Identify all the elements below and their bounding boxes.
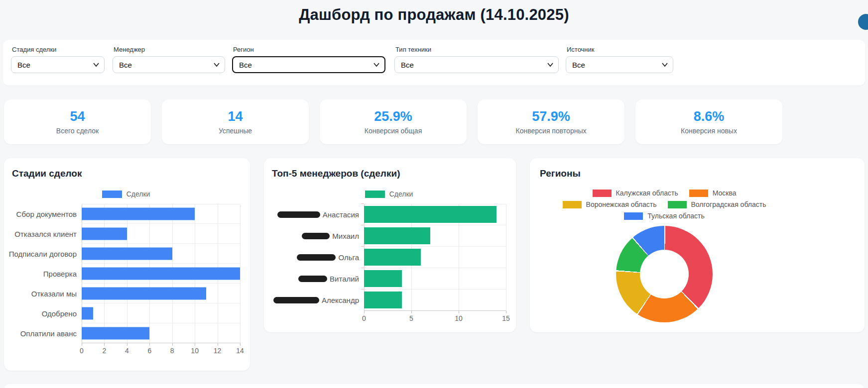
x-axis: 051015: [364, 311, 506, 324]
manager-filter-select[interactable]: Все: [113, 56, 225, 73]
bar[interactable]: [82, 287, 206, 299]
legend-swatch: [563, 201, 582, 208]
regions-chart: Калужская областьМоскваВоронежская облас…: [540, 189, 789, 322]
category-label: Оплатили аванс: [12, 329, 82, 338]
bar[interactable]: [82, 327, 149, 339]
bar[interactable]: [364, 249, 421, 266]
stage-filter-value: Все: [17, 61, 30, 69]
bar[interactable]: [364, 291, 402, 308]
x-tick-mark: [364, 311, 365, 313]
filter-manager: Менеджер Все: [113, 46, 225, 73]
bar[interactable]: [82, 227, 127, 240]
legend-swatch: [102, 191, 122, 198]
bar-chart-plot: АнастасияМихаилОльгаВиталийАлександр 051…: [272, 204, 506, 324]
bar[interactable]: [82, 267, 240, 280]
y-tick-mark: [361, 225, 364, 225]
bar[interactable]: [82, 247, 172, 260]
dashboard-page: Дашборд по продажам (14.10.2025) Стадия …: [0, 0, 868, 388]
charts-row: Стадии сделок Сделки Сбор документовОтка…: [4, 158, 865, 371]
bar[interactable]: [364, 206, 496, 223]
x-tick-label: 10: [455, 314, 463, 322]
stage-filter-select[interactable]: Все: [11, 56, 105, 73]
bar[interactable]: [82, 207, 195, 220]
chart-card-top-managers: Топ-5 менеджеров (сделки) Сделки Анастас…: [264, 158, 516, 332]
redacted-surname: [297, 254, 336, 261]
bar[interactable]: [364, 227, 430, 244]
bar[interactable]: [82, 307, 93, 319]
donut-chart[interactable]: [616, 226, 713, 322]
x-tick-mark: [104, 343, 105, 346]
source-filter-select[interactable]: Все: [566, 56, 673, 73]
x-tick-label: 0: [362, 314, 366, 322]
y-tick-mark: [361, 246, 364, 247]
legend-label: Воронежская область: [586, 200, 657, 208]
redacted-surname: [273, 297, 319, 303]
x-tick-mark: [172, 343, 173, 346]
region-filter-select[interactable]: Все: [232, 56, 385, 73]
kpi-label: Конверсия повторных: [516, 127, 587, 135]
chevron-down-icon: [547, 63, 553, 67]
gridline: [506, 204, 506, 311]
filter-region: Регион Все: [232, 46, 385, 73]
bar[interactable]: [364, 270, 402, 287]
chart-card-deal-stages: Стадии сделок Сделки Сбор документовОтка…: [4, 158, 250, 371]
kpi-label: Успешные: [219, 127, 252, 135]
x-tick-label: 0: [80, 347, 84, 355]
kpi-card-successful: 14 Успешные: [162, 99, 309, 144]
legend-label: Сделки: [126, 190, 150, 198]
legend-label: Тульская область: [647, 212, 704, 220]
next-section-card: [4, 384, 864, 388]
category-label: Проверка: [12, 270, 82, 278]
bar-row: Сбор документов: [12, 204, 240, 224]
bar-row: Виталий: [272, 268, 506, 290]
category-label: Михаил: [272, 232, 364, 240]
bar-row: Подписали договор: [12, 244, 240, 264]
legend-swatch: [365, 191, 385, 198]
chart-legend[interactable]: Сделки: [12, 190, 240, 198]
bar-chart-plot: Сбор документовОтказался клиентПодписали…: [12, 204, 240, 356]
tech-type-filter-value: Все: [401, 61, 414, 69]
tech-type-filter-select[interactable]: Все: [394, 56, 559, 73]
legend-label: Волгоградская область: [691, 200, 766, 208]
bar-track: [364, 247, 506, 268]
page-title: Дашборд по продажам (14.10.2025): [0, 0, 868, 24]
notification-circle-icon[interactable]: [858, 14, 868, 30]
chart-title: Регионы: [540, 168, 855, 179]
kpi-row: 54 Всего сделок 14 Успешные 25.9% Конвер…: [4, 99, 782, 144]
bar-track: [364, 268, 506, 290]
x-tick-mark: [506, 311, 506, 313]
x-tick-label: 12: [214, 347, 222, 355]
bar-row: Одобрено: [12, 303, 240, 323]
x-tick-label: 10: [191, 347, 199, 355]
bar-row: Александр: [272, 290, 506, 311]
x-tick-mark: [127, 343, 127, 346]
filter-tech-type-label: Тип техники: [395, 46, 559, 53]
kpi-card-conversion-total: 25.9% Конверсия общая: [320, 99, 467, 144]
donut-legend: Калужская областьМоскваВоронежская облас…: [545, 189, 784, 220]
chart-card-regions: Регионы Калужская областьМоскваВоронежск…: [530, 158, 865, 332]
x-tick-mark: [240, 343, 241, 346]
legend-swatch: [668, 201, 687, 208]
x-tick-label: 8: [170, 347, 174, 355]
legend-item[interactable]: Москва: [689, 189, 737, 197]
legend-item[interactable]: Воронежская область: [563, 200, 657, 208]
filters-panel: Стадия сделки Все Менеджер Все Регион Вс…: [3, 40, 865, 86]
bar-track: [82, 303, 240, 323]
bar-row: Проверка: [12, 264, 240, 284]
kpi-card-total-deals: 54 Всего сделок: [4, 99, 151, 144]
category-label: Подписали договор: [12, 250, 82, 258]
bar-row: Михаил: [272, 225, 506, 247]
bar-track: [364, 204, 506, 225]
legend-item[interactable]: Калужская область: [593, 189, 678, 197]
legend-swatch: [593, 190, 612, 197]
legend-swatch: [624, 212, 643, 220]
chart-legend[interactable]: Сделки: [272, 190, 506, 198]
kpi-card-conversion-repeat: 57.9% Конверсия повторных: [478, 99, 624, 144]
kpi-label: Всего сделок: [56, 127, 99, 135]
bar-track: [82, 284, 240, 303]
kpi-value: 57.9%: [532, 109, 570, 124]
header: Дашборд по продажам (14.10.2025): [0, 0, 868, 39]
legend-item[interactable]: Тульская область: [624, 212, 704, 220]
legend-item[interactable]: Волгоградская область: [668, 200, 766, 208]
filter-source: Источник Все: [566, 46, 673, 73]
